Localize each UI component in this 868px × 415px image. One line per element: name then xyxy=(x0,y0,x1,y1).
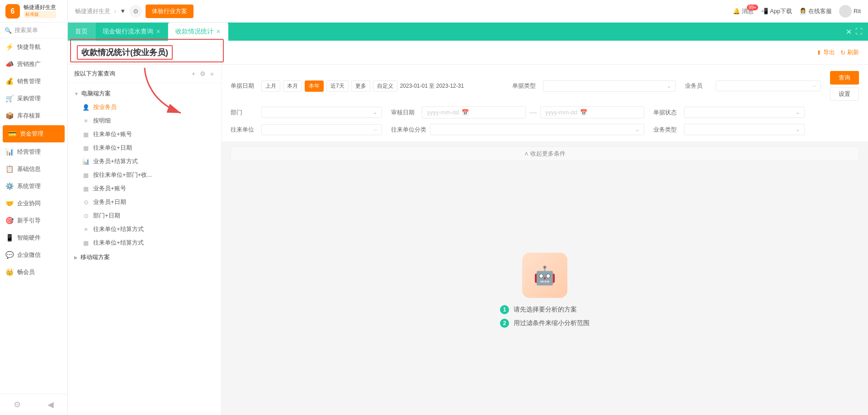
sidebar-item-guide[interactable]: 🎯 新手引导 xyxy=(0,212,67,229)
counterparty-dept-icon: ▦ xyxy=(82,171,90,179)
app-download-btn[interactable]: 📲 App下载 xyxy=(761,7,792,15)
sidebar-item-sales[interactable]: 💰 销售管理 xyxy=(0,73,67,90)
trial-btn[interactable]: 体验行业方案 xyxy=(146,5,193,18)
sidebar-item-finance[interactable]: 💳 资金管理 xyxy=(3,125,65,142)
search-menu-item[interactable]: 🔍 搜索菜单 xyxy=(0,23,67,38)
export-icon: ⬆ xyxy=(816,49,821,56)
tab-close-all-btn[interactable]: ✕ xyxy=(846,28,852,36)
date-last-month[interactable]: 上月 xyxy=(261,80,280,92)
sidebar-item-vip[interactable]: 👑 畅会员 xyxy=(0,264,67,281)
tab-expand-btn[interactable]: ⛶ xyxy=(855,28,863,36)
date-btn-group: 上月 本月 本年 近7天 更多 自定义 2023-01-01 至 2023-12… xyxy=(261,80,464,92)
review-date-start-input[interactable]: yyyy-mm-dd 📅 xyxy=(422,106,526,118)
counterparty-category-select[interactable]: ⌄ xyxy=(430,124,644,135)
refresh-btn[interactable]: ↻ 刷新 xyxy=(840,48,859,57)
review-start-placeholder: yyyy-mm-dd xyxy=(427,109,459,116)
tree-item-salesperson-settlement[interactable]: 📊 业务员+结算方式 xyxy=(68,155,221,168)
tree-group-desktop-header[interactable]: ▼ 电脑端方案 xyxy=(68,87,221,100)
quick-nav-icon: ⚡ xyxy=(5,43,14,51)
sidebar-item-inventory[interactable]: 📦 库存核算 xyxy=(0,107,67,124)
filter-review-date: 审核日期 yyyy-mm-dd 📅 — yyyy-mm-dd 📅 xyxy=(391,106,644,118)
empty-illustration: 🤖 xyxy=(522,253,567,298)
online-service-btn[interactable]: 👩‍💼 在线客服 xyxy=(799,7,832,15)
dept-arrow: ⌄ xyxy=(373,109,377,115)
sidebar-item-marketing[interactable]: 📣 营销推广 xyxy=(0,56,67,73)
doc-type-select[interactable]: ⌄ xyxy=(543,80,676,92)
sidebar-settings-btn[interactable]: ⚙ xyxy=(10,398,24,411)
filter-date: 单据日期 上月 本月 本年 近7天 更多 自定义 2023-01-01 至 20… xyxy=(231,80,503,92)
date-this-month[interactable]: 本月 xyxy=(283,80,302,92)
sidebar-item-enterprise[interactable]: 🤝 企业协同 xyxy=(0,195,67,212)
calendar-start-icon: 📅 xyxy=(462,109,469,116)
guide-icon: 🎯 xyxy=(5,217,14,225)
tab-bank-flow[interactable]: 现金银行流水查询 ✕ xyxy=(95,23,168,41)
counterparty-select[interactable]: ··· xyxy=(261,124,382,135)
review-date-end-input[interactable]: yyyy-mm-dd 📅 xyxy=(540,106,644,118)
business-type-select[interactable]: ⌄ xyxy=(684,124,805,135)
logo-icon: 6 xyxy=(5,4,20,19)
messages-btn[interactable]: 🔔 消息 99+ xyxy=(733,7,754,15)
top-header: 畅捷通好生意 › ▼ ⚙ 体验行业方案 🔔 消息 99+ 📲 App下载 👩‍💼… xyxy=(68,0,868,23)
sidebar-item-wechat[interactable]: 💬 企业微信 xyxy=(0,246,67,264)
filter-dept: 部门 ⌄ xyxy=(231,107,382,118)
tree-menu: ▼ 电脑端方案 👤 按业务员 ≡ 按明细 ▦ xyxy=(68,83,221,415)
sidebar-bottom: ⚙ ◀ xyxy=(0,394,67,415)
tree-item-salesperson-account[interactable]: ▦ 业务员+账号 xyxy=(68,182,221,195)
wechat-icon: 💬 xyxy=(5,251,14,259)
panel-actions: + ⚙ « xyxy=(191,69,215,78)
export-btn[interactable]: ⬆ 导出 xyxy=(816,48,835,57)
date-custom[interactable]: 自定义 xyxy=(373,80,397,92)
finance-icon: 💳 xyxy=(8,130,16,138)
salesperson-arrow: ··· xyxy=(812,83,816,89)
sidebar-item-quick-nav[interactable]: ⚡ 快捷导航 xyxy=(0,38,67,56)
header-arrow-icon: › xyxy=(114,7,116,15)
sidebar-item-system[interactable]: ⚙️ 系统管理 xyxy=(0,178,67,195)
tree-item-by-detail[interactable]: ≡ 按明细 xyxy=(68,114,221,127)
sidebar-item-operations[interactable]: 📊 经营管理 xyxy=(0,143,67,160)
header-settings-btn[interactable]: ⚙ xyxy=(129,5,142,18)
date-last-7[interactable]: 近7天 xyxy=(326,80,349,92)
tree-item-counterparty-settlement2[interactable]: ▦ 往来单位+结算方式 xyxy=(68,236,221,250)
salesperson-select[interactable]: ··· xyxy=(716,80,821,91)
tab-receipt-stats[interactable]: 收款情况统计 ✕ xyxy=(168,23,228,41)
panel-collapse-btn[interactable]: « xyxy=(209,69,215,78)
marketing-icon: 📣 xyxy=(5,60,14,68)
date-dash: — xyxy=(529,108,537,117)
step-2-num: 2 xyxy=(500,319,509,328)
calendar-end-icon: 📅 xyxy=(580,109,587,116)
doc-status-select[interactable]: ⌄ xyxy=(684,107,805,118)
tree-item-counterparty-settlement1[interactable]: ≡ 往来单位+结算方式 xyxy=(68,222,221,236)
date-more[interactable]: 更多 xyxy=(351,80,370,92)
user-info[interactable]: Rit xyxy=(839,5,861,18)
sidebar-item-basic[interactable]: 📋 基础信息 xyxy=(0,160,67,178)
empty-step-2: 2 用过滤条件来缩小分析范围 xyxy=(500,319,590,328)
panel-add-btn[interactable]: + xyxy=(191,69,196,78)
collapse-more-bar[interactable]: ∧ 收起更多条件 xyxy=(231,146,859,161)
tab-controls: ✕ ⛶ xyxy=(840,28,868,36)
panel-settings-btn[interactable]: ⚙ xyxy=(199,69,207,78)
date-this-year[interactable]: 本年 xyxy=(305,80,324,92)
header-dropdown[interactable]: ▼ xyxy=(120,8,126,14)
refresh-icon: ↻ xyxy=(840,49,845,56)
sidebar-collapse-btn[interactable]: ◀ xyxy=(44,398,57,411)
filter-doc-type: 单据类型 ⌄ xyxy=(512,80,676,92)
tab-home[interactable]: 首页 xyxy=(68,23,95,41)
dept-select[interactable]: ⌄ xyxy=(261,107,382,118)
tab-bank-flow-close[interactable]: ✕ xyxy=(156,28,160,35)
tree-item-dept-date[interactable]: ⊙ 部门+日期 xyxy=(68,209,221,222)
tree-item-by-salesperson[interactable]: 👤 按业务员 xyxy=(68,100,221,114)
setting-btn[interactable]: 设置 xyxy=(830,87,859,101)
sidebar-item-purchase[interactable]: 🛒 采购管理 xyxy=(0,90,67,107)
empty-steps: 1 请先选择要分析的方案 2 用过滤条件来缩小分析范围 xyxy=(500,305,590,328)
tree-group-desktop: ▼ 电脑端方案 👤 按业务员 ≡ 按明细 ▦ xyxy=(68,87,221,250)
tree-group-mobile-header[interactable]: ▶ 移动端方案 xyxy=(68,250,221,264)
tree-item-counterparty-date[interactable]: ▦ 往来单位+日期 xyxy=(68,141,221,155)
tree-group-arrow: ▼ xyxy=(74,91,79,96)
filter-doc-status: 单据状态 ⌄ xyxy=(653,107,805,118)
tree-item-counterparty-account[interactable]: ▦ 往来单位+账号 xyxy=(68,127,221,141)
query-btn[interactable]: 查询 xyxy=(830,71,859,85)
sidebar-item-hardware[interactable]: 📱 智能硬件 xyxy=(0,229,67,246)
tree-item-counterparty-dept[interactable]: ▦ 按往来单位+部门+收... xyxy=(68,168,221,182)
tree-item-salesperson-date[interactable]: ⊙ 业务员+日期 xyxy=(68,195,221,209)
tab-receipt-stats-close[interactable]: ✕ xyxy=(216,28,221,35)
